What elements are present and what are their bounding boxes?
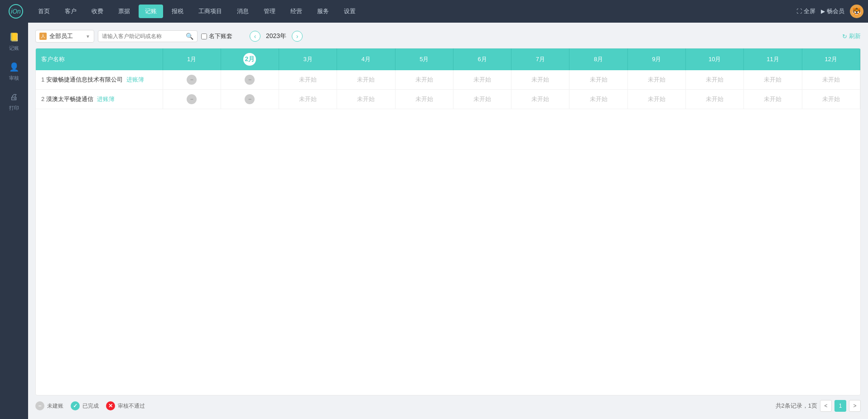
month-cell-4: 未开始 [337,90,395,109]
col-2月: 2月 [221,48,279,70]
legend-gray-icon: − [35,401,44,410]
month-cell-2: − [221,70,279,90]
nav-item-管理[interactable]: 管理 [257,5,282,18]
month-cell-3: 未开始 [279,70,337,90]
month-cell-10: 未开始 [686,70,744,90]
nav-item-工商项目[interactable]: 工商项目 [192,5,228,18]
month-cell-5: 未开始 [395,90,453,109]
legend-teal-icon: ✓ [71,401,80,410]
month-cell-9: 未开始 [627,90,685,109]
nav-item-报税[interactable]: 报税 [165,5,190,18]
legend-rejected-label: 审核不通过 [118,402,145,410]
nav-item-客户[interactable]: 客户 [58,5,83,18]
fullscreen-icon: ⛶ [796,8,802,14]
refresh-icon: ↻ [842,33,847,40]
legend-rejected: ✕ 审核不通过 [106,401,145,410]
nav-item-收费[interactable]: 收费 [85,5,110,18]
page-1-button[interactable]: 1 [834,400,846,412]
member-button[interactable]: ▶ 畅会员 [821,7,844,15]
sidebar-icon: 🖨 [8,91,20,103]
dash-icon: − [245,94,255,104]
next-page-button[interactable]: > [849,400,861,412]
nav-item-首页[interactable]: 首页 [32,5,56,18]
col-4月: 4月 [337,48,395,70]
sidebar-item-打印[interactable]: 🖨打印 [0,86,28,116]
main-table: 客户名称1月2月3月4月5月6月7月8月9月10月11月12月 1安徽畅捷通信息… [36,48,860,109]
table-container: 客户名称1月2月3月4月5月6月7月8月9月10月11月12月 1安徽畅捷通信息… [35,48,861,395]
col-1月: 1月 [163,48,221,70]
month-cell-1: − [163,70,221,90]
month-cell-6: 未开始 [453,90,511,109]
prev-page-button[interactable]: < [820,400,832,412]
nav-item-消息[interactable]: 消息 [231,5,255,18]
sidebar-icon: 👤 [8,61,20,73]
nav-item-经营[interactable]: 经营 [284,5,309,18]
month-cell-6: 未开始 [453,70,511,90]
checkbox-label[interactable]: 名下账套 [201,32,232,40]
month-cell-2: − [221,90,279,109]
nav-item-设置[interactable]: 设置 [338,5,362,18]
col-6月: 6月 [453,48,511,70]
legend-completed: ✓ 已完成 [71,401,99,410]
legend-not-built-label: 未建账 [47,402,63,410]
month-cell-11: 未开始 [744,70,802,90]
year-next-button[interactable]: › [292,31,303,42]
toolbar: 人 全部员工 ▼ 🔍 名下账套 ‹ 2023年 › ↻ 刷新 [35,30,861,43]
col-9月: 9月 [627,48,685,70]
logo-icon: iOn [9,4,23,19]
sidebar-item-记账[interactable]: 📒记账 [0,26,28,56]
year-nav: ‹ 2023年 › [250,31,303,42]
month-cell-3: 未开始 [279,90,337,109]
month-cell-12: 未开始 [802,90,860,109]
refresh-label: 刷新 [849,32,861,40]
search-input-wrap: 🔍 [98,30,198,42]
search-button[interactable]: 🔍 [186,33,193,40]
month-cell-10: 未开始 [686,90,744,109]
enter-link[interactable]: 进账簿 [97,96,115,102]
month-cell-12: 未开始 [802,70,860,90]
employee-select[interactable]: 人 全部员工 ▼ [35,30,94,43]
col-8月: 8月 [569,48,627,70]
month-cell-1: − [163,90,221,109]
avatar[interactable]: 🐯 [850,5,863,18]
month-cell-11: 未开始 [744,90,802,109]
sidebar-item-审核[interactable]: 👤审核 [0,56,28,86]
search-input[interactable] [102,33,183,39]
fullscreen-button[interactable]: ⛶ 全屏 [796,7,815,15]
year-text: 2023年 [266,32,286,40]
fullscreen-label: 全屏 [804,7,815,15]
month-cell-9: 未开始 [627,70,685,90]
member-icon: ▶ [821,8,825,14]
enter-link[interactable]: 进账簿 [126,76,144,83]
content-area: 人 全部员工 ▼ 🔍 名下账套 ‹ 2023年 › ↻ 刷新 [28,23,868,419]
pagination: 共2条记录，1页 < 1 > [776,400,861,412]
employee-label: 全部员工 [49,32,83,40]
checkbox-input[interactable] [201,34,207,39]
dash-icon: − [245,75,255,85]
total-label: 共2条记录，1页 [776,402,817,410]
refresh-button[interactable]: ↻ 刷新 [842,32,861,40]
month-cell-8: 未开始 [569,90,627,109]
nav-item-服务[interactable]: 服务 [311,5,335,18]
month-cell-5: 未开始 [395,70,453,90]
sidebar-icon: 📒 [8,31,20,43]
col-5月: 5月 [395,48,453,70]
dash-icon: − [187,94,197,104]
table-row: 2漠澳太平畅捷通信进账簿−−未开始未开始未开始未开始未开始未开始未开始未开始未开… [36,90,860,109]
employee-icon: 人 [39,33,47,40]
col-10月: 10月 [686,48,744,70]
main-layout: 📒记账👤审核🖨打印 人 全部员工 ▼ 🔍 名下账套 ‹ 2023年 › [0,23,868,419]
member-label: 畅会员 [827,7,844,15]
footer: − 未建账 ✓ 已完成 ✕ 审核不通过 共2条记录，1页 < 1 > [35,395,861,412]
month-cell-7: 未开始 [511,70,569,90]
month-cell-8: 未开始 [569,70,627,90]
nav-item-票据[interactable]: 票据 [112,5,136,18]
logo-area: iOn [5,4,27,19]
year-prev-button[interactable]: ‹ [250,31,260,42]
table-row: 1安徽畅捷通信息技术有限公司进账簿−−未开始未开始未开始未开始未开始未开始未开始… [36,70,860,90]
col-11月: 11月 [744,48,802,70]
legend-completed-label: 已完成 [82,402,99,410]
legend-red-icon: ✕ [106,401,115,410]
nav-item-记账[interactable]: 记账 [139,5,163,18]
col-7月: 7月 [511,48,569,70]
